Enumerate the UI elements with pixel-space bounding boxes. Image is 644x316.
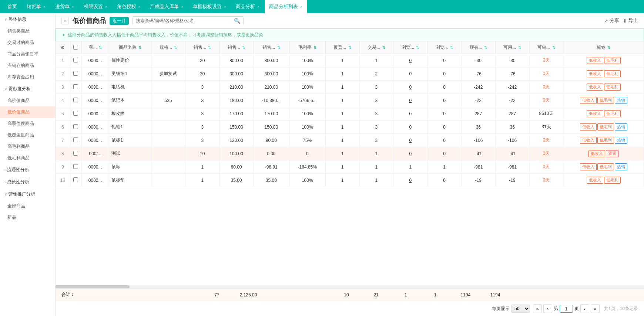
search-icon[interactable]: 🔍 (234, 18, 240, 24)
row-browse1[interactable]: 0 (393, 174, 427, 187)
sidebar-item-low-value[interactable]: 低价值商品 (0, 106, 55, 118)
row-checkbox-cell[interactable] (70, 174, 81, 187)
row-name[interactable]: 橡皮擦 (109, 107, 151, 120)
row-browse1[interactable]: 0 (393, 54, 427, 67)
sidebar-item-sale-goods[interactable]: 销售类商品 (0, 26, 55, 37)
col-browse1[interactable]: 浏览... ⇅ (393, 41, 427, 54)
next-page-button[interactable]: › (580, 304, 589, 313)
col-checkbox[interactable] (70, 41, 81, 54)
row-checkbox[interactable] (73, 58, 78, 62)
nav-goods-list[interactable]: 商品分析列表 × (265, 0, 307, 13)
col-trade[interactable]: 交易... ⇅ (359, 41, 393, 54)
col-name[interactable]: 商品名称 ⇅ (109, 41, 151, 54)
first-page-button[interactable]: « (533, 304, 542, 313)
col-sale1[interactable]: 销售... ⇅ (185, 41, 219, 54)
col-tags[interactable]: 标签 ⇅ (563, 41, 644, 54)
col-sale2[interactable]: 销售... ⇅ (219, 41, 254, 54)
row-checkbox-cell[interactable] (70, 94, 81, 107)
row-checkbox-cell[interactable] (70, 160, 81, 174)
sidebar-group-flow[interactable]: › 流通性分析 (0, 164, 55, 176)
browse1-link[interactable]: 0 (409, 111, 412, 116)
row-name[interactable]: 鼠标 (109, 160, 151, 174)
browse1-link[interactable]: 0 (409, 58, 412, 63)
browse1-link[interactable]: 0 (409, 178, 412, 183)
sidebar-item-traded-goods[interactable]: 交易过的商品 (0, 37, 55, 48)
row-browse1[interactable]: 0 (393, 147, 427, 160)
last-page-button[interactable]: » (591, 304, 600, 313)
browse1-link[interactable]: 0 (409, 151, 412, 156)
nav-template-close[interactable]: × (224, 5, 226, 9)
row-name[interactable]: 测试 (109, 147, 151, 160)
per-page-select[interactable]: 50 20 100 (511, 305, 530, 313)
row-browse1[interactable]: 0 (393, 134, 427, 147)
col-browse2[interactable]: 浏览... ⇅ (427, 41, 462, 54)
sidebar-item-all-goods[interactable]: 全部商品 (0, 200, 55, 212)
nav-goods-analysis[interactable]: 商品分析 × (231, 0, 264, 13)
sidebar-item-unsale-goods[interactable]: 滞销存的商品 (0, 60, 55, 71)
nav-sale[interactable]: 销货单 × (22, 0, 50, 13)
sidebar-item-high-value[interactable]: 高价值商品 (0, 95, 55, 106)
row-checkbox-cell[interactable] (70, 107, 81, 120)
scrollbar-thumb[interactable] (56, 285, 130, 288)
col-sale3[interactable]: 销售... ⇅ (253, 41, 289, 54)
row-browse1[interactable]: 0 (393, 67, 427, 81)
row-browse1[interactable]: 0 (393, 94, 427, 107)
row-name[interactable]: 鼠标垫 (109, 174, 151, 187)
sidebar-group-contribution[interactable]: ∨ 贡献度分析 (0, 83, 55, 95)
sidebar-item-low-profit[interactable]: 低毛利商品 (0, 152, 55, 164)
nav-home[interactable]: 首页 (3, 0, 21, 13)
nav-sale-close[interactable]: × (43, 5, 46, 9)
time-badge[interactable]: 近一月 (110, 17, 129, 25)
col-available[interactable]: 可用... ⇅ (495, 41, 529, 54)
row-checkbox-cell[interactable] (70, 67, 81, 81)
sidebar-collapse-button[interactable]: « (61, 17, 69, 24)
browse1-link[interactable]: 0 (409, 138, 412, 143)
row-checkbox[interactable] (73, 151, 78, 156)
col-settings[interactable]: ⚙ (56, 41, 70, 54)
current-page-input[interactable] (560, 305, 573, 313)
search-input[interactable] (136, 18, 234, 23)
row-checkbox[interactable] (73, 98, 78, 102)
browse1-link[interactable]: 0 (409, 71, 412, 77)
nav-stock-close[interactable]: × (181, 5, 183, 9)
sidebar-group-marketing[interactable]: ∨ 营销推广分析 (0, 188, 55, 200)
browse1-link[interactable]: 0 (409, 125, 412, 130)
nav-purchase[interactable]: 进货单 × (51, 0, 78, 13)
nav-role-close[interactable]: × (138, 5, 141, 9)
row-name[interactable]: 铅笔1 (109, 120, 151, 134)
row-browse1[interactable]: 0 (393, 120, 427, 134)
row-name[interactable]: 电话机 (109, 81, 151, 94)
nav-goods-analysis-close[interactable]: × (257, 5, 259, 9)
row-checkbox[interactable] (73, 111, 78, 116)
col-code[interactable]: 商... ⇅ (81, 41, 109, 54)
nav-goods-list-close[interactable]: × (300, 5, 302, 9)
sidebar-item-high-profit[interactable]: 高毛利商品 (0, 141, 55, 152)
row-browse1[interactable]: 0 (393, 81, 427, 94)
row-checkbox-cell[interactable] (70, 54, 81, 67)
col-spec[interactable]: 规格... ⇅ (151, 41, 185, 54)
row-name[interactable]: 笔记本 (109, 94, 151, 107)
sidebar-item-category-rate[interactable]: 商品分类销售率 (0, 48, 55, 60)
row-checkbox-cell[interactable] (70, 81, 81, 94)
browse1-link[interactable]: 1 (409, 164, 412, 170)
col-current[interactable]: 现有... ⇅ (461, 41, 495, 54)
row-checkbox[interactable] (73, 71, 78, 76)
row-checkbox[interactable] (73, 137, 78, 142)
row-checkbox-cell[interactable] (70, 147, 81, 160)
share-button[interactable]: ↗ 分享 (604, 17, 619, 24)
nav-purchase-close[interactable]: × (72, 5, 74, 9)
row-browse1[interactable]: 1 (393, 160, 427, 174)
sidebar-item-high-coverage[interactable]: 高覆盖度商品 (0, 118, 55, 129)
select-all-checkbox[interactable] (73, 45, 78, 50)
sidebar-item-low-coverage[interactable]: 低覆盖度商品 (0, 129, 55, 141)
col-profit-rate[interactable]: 毛利率 ⇅ (289, 41, 325, 54)
row-name[interactable]: 鼠标1 (109, 134, 151, 147)
nav-stock[interactable]: 产成品入库单 × (145, 0, 188, 13)
sidebar-item-stock-fund[interactable]: 库存资金占用 (0, 71, 55, 83)
sidebar-group-overall[interactable]: ∨ 整体信息 (0, 13, 55, 26)
prev-page-button[interactable]: ‹ (543, 304, 552, 313)
row-checkbox[interactable] (73, 164, 78, 169)
row-checkbox[interactable] (73, 177, 78, 182)
row-name[interactable]: 属性定价 (109, 54, 151, 67)
nav-role[interactable]: 角色授权 × (113, 0, 145, 13)
